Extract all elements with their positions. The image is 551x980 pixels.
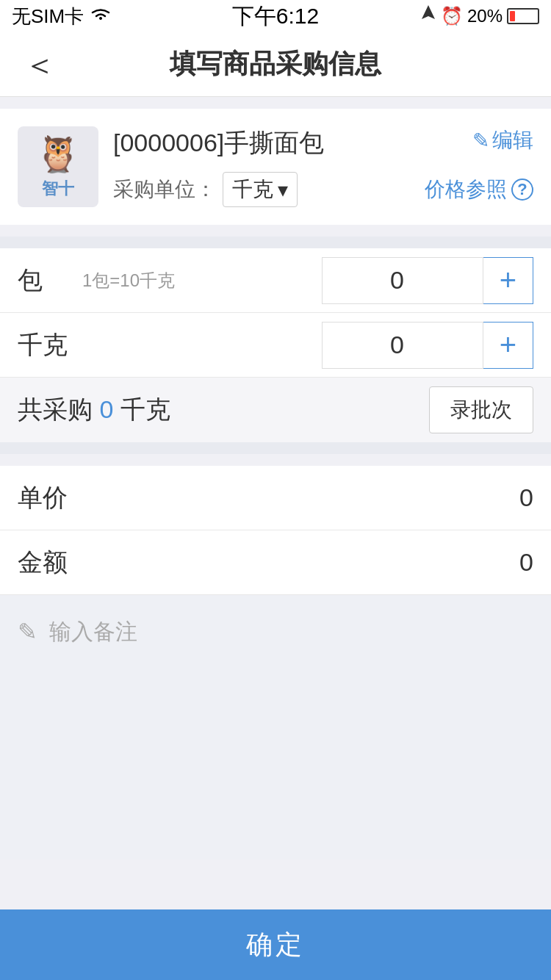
record-btn[interactable]: 录批次 <box>429 386 533 433</box>
nav-bar: ＜ 填写商品采购信息 <box>0 32 551 97</box>
qianke-input-control: + <box>322 322 533 369</box>
confirm-button[interactable]: 确定 <box>0 909 551 980</box>
back-button[interactable]: ＜ <box>18 43 62 87</box>
qianke-label: 千克 <box>18 328 76 362</box>
edit-button[interactable]: ✎ 编辑 <box>472 126 533 154</box>
dropdown-arrow-icon: ▾ <box>278 178 288 202</box>
bao-input[interactable] <box>322 257 483 304</box>
price-ref-label: 价格参照 <box>425 176 507 203</box>
total-amount: 0 <box>99 395 113 423</box>
help-icon: ? <box>511 179 533 201</box>
top-spacer <box>0 97 551 109</box>
page-title: 填写商品采购信息 <box>170 46 381 82</box>
unit-selector: 采购单位： 千克 ▾ <box>113 172 298 207</box>
product-thumb-label: 智十 <box>42 178 74 200</box>
status-left: 无SIM卡 <box>12 4 112 29</box>
qianke-input-row: 千克 + <box>0 313 551 378</box>
amount-value: 0 <box>519 548 533 577</box>
product-header: [0000006]手撕面包 ✎ 编辑 <box>113 126 533 160</box>
unit-price-value: 0 <box>519 483 533 512</box>
total-unit: 千克 <box>120 395 170 423</box>
total-text: 共采购 0 千克 <box>18 393 170 427</box>
edit-icon: ✎ <box>472 129 489 153</box>
main-content: ＜ 填写商品采购信息 🦉 智十 [0000006]手撕面包 ✎ 编辑 采购单位：… <box>0 32 551 930</box>
battery-icon <box>507 8 539 24</box>
product-info: [0000006]手撕面包 ✎ 编辑 采购单位： 千克 ▾ 价格参照 ? <box>113 126 533 207</box>
battery-percent: 20% <box>467 6 503 26</box>
edit-label: 编辑 <box>492 126 533 154</box>
wifi-icon <box>90 5 112 28</box>
unit-prefix: 采购单位： <box>113 178 216 201</box>
qianke-plus-button[interactable]: + <box>483 322 533 369</box>
summary-section: 单价 0 金额 0 <box>0 466 551 595</box>
total-prefix: 共采购 <box>18 395 93 423</box>
notes-section[interactable]: ✎ 输入备注 <box>0 595 551 669</box>
unit-value: 千克 <box>232 176 273 203</box>
product-thumbnail: 🦉 智十 <box>18 126 98 207</box>
section-divider-1 <box>0 237 551 248</box>
location-icon <box>420 4 436 28</box>
notes-placeholder: 输入备注 <box>49 617 137 647</box>
input-section: 包 1包=10千克 + 千克 + 共采购 0 千克 录批次 <box>0 248 551 442</box>
total-row: 共采购 0 千克 录批次 <box>0 378 551 442</box>
section-divider-2 <box>0 442 551 454</box>
bao-input-control: + <box>322 257 533 304</box>
unit-price-row: 单价 0 <box>0 466 551 530</box>
product-owl-icon: 🦉 <box>36 134 80 175</box>
product-card: 🦉 智十 [0000006]手撕面包 ✎ 编辑 采购单位： 千克 ▾ <box>0 109 551 225</box>
qianke-input[interactable] <box>322 322 483 369</box>
status-bar: 无SIM卡 下午6:12 ⏰ 20% <box>0 0 551 32</box>
empty-area <box>0 669 551 860</box>
status-time: 下午6:12 <box>232 1 319 32</box>
unit-select-btn[interactable]: 千克 ▾ <box>223 172 298 207</box>
price-ref-btn[interactable]: 价格参照 ? <box>425 176 533 203</box>
bao-plus-button[interactable]: + <box>483 257 533 304</box>
unit-price-label: 单价 <box>18 481 68 515</box>
amount-row: 金额 0 <box>0 530 551 595</box>
status-right: ⏰ 20% <box>420 4 539 28</box>
product-unit-row: 采购单位： 千克 ▾ 价格参照 ? <box>113 172 533 207</box>
bao-input-row: 包 1包=10千克 + <box>0 248 551 313</box>
bao-sublabel: 1包=10千克 <box>82 269 322 292</box>
bao-label: 包 <box>18 264 76 298</box>
amount-label: 金额 <box>18 546 68 580</box>
carrier-label: 无SIM卡 <box>12 4 84 29</box>
alarm-icon: ⏰ <box>441 6 463 26</box>
product-name: [0000006]手撕面包 <box>113 126 324 160</box>
pencil-icon: ✎ <box>18 618 37 646</box>
